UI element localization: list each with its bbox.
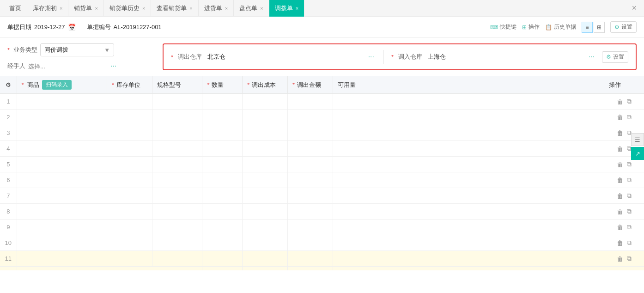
spec-cell[interactable]	[152, 94, 202, 110]
delete-icon[interactable]: 🗑	[617, 177, 623, 184]
product-cell[interactable]	[17, 94, 107, 110]
spec-cell[interactable]	[152, 188, 202, 204]
product-cell[interactable]	[17, 204, 107, 220]
unit-cell[interactable]	[107, 251, 152, 267]
transfer-cost-cell[interactable]	[243, 251, 288, 267]
settings-button[interactable]: ⚙ 设置	[610, 21, 637, 33]
transfer-cost-cell[interactable]	[243, 220, 288, 235]
qty-cell[interactable]	[202, 172, 243, 188]
transfer-cost-cell[interactable]	[243, 125, 288, 141]
available-qty-cell[interactable]	[333, 204, 604, 220]
transfer-amount-cell[interactable]	[288, 141, 333, 157]
tab-inventory[interactable]: 盘点单 ×	[234, 0, 269, 17]
tab-home[interactable]: 首页	[4, 0, 27, 17]
view-grid-button[interactable]: ⊞	[594, 22, 605, 33]
transfer-cost-cell[interactable]	[243, 172, 288, 188]
tab-purchase-close[interactable]: ×	[225, 6, 228, 11]
product-cell[interactable]	[17, 141, 107, 157]
transfer-amount-cell[interactable]	[288, 157, 333, 172]
view-list-button[interactable]: ≡	[582, 22, 593, 33]
transfer-amount-cell[interactable]	[288, 125, 333, 141]
available-qty-cell[interactable]	[333, 220, 604, 235]
delete-icon[interactable]: 🗑	[617, 208, 623, 215]
product-cell[interactable]	[17, 125, 107, 141]
transfer-amount-cell[interactable]	[288, 204, 333, 220]
unit-cell[interactable]	[107, 172, 152, 188]
available-qty-cell[interactable]	[333, 188, 604, 204]
calendar-icon[interactable]: 📅	[68, 24, 76, 31]
side-list-tool[interactable]: ☰	[631, 133, 644, 146]
tab-sales-history[interactable]: 销货单历史 ×	[104, 0, 151, 17]
copy-icon[interactable]: ⧉	[627, 176, 632, 184]
tab-stock-init[interactable]: 库存期初 ×	[27, 0, 68, 17]
history-button[interactable]: 📋 历史单据	[545, 23, 576, 31]
product-cell[interactable]	[17, 110, 107, 125]
delete-icon[interactable]: 🗑	[617, 145, 623, 153]
tab-sales-history-close[interactable]: ×	[142, 6, 145, 11]
operator-input[interactable]	[28, 63, 106, 70]
transfer-amount-cell[interactable]	[288, 188, 333, 204]
available-qty-cell[interactable]	[333, 172, 604, 188]
product-cell[interactable]	[17, 251, 107, 267]
operations-button[interactable]: ⊞ 操作	[522, 23, 540, 31]
available-qty-cell[interactable]	[333, 141, 604, 157]
available-qty-cell[interactable]	[333, 251, 604, 267]
qty-cell[interactable]	[202, 251, 243, 267]
unit-cell[interactable]	[107, 141, 152, 157]
transfer-cost-cell[interactable]	[243, 110, 288, 125]
tab-bar-close-button[interactable]: ×	[628, 3, 640, 13]
available-qty-cell[interactable]	[333, 157, 604, 172]
spec-cell[interactable]	[152, 172, 202, 188]
unit-cell[interactable]	[107, 157, 152, 172]
warehouse-settings-button[interactable]: ⚙ 设置	[602, 51, 628, 63]
operator-dots-button[interactable]: ···	[109, 62, 118, 70]
transfer-amount-cell[interactable]	[288, 251, 333, 267]
delete-icon[interactable]: 🗑	[617, 161, 623, 168]
transfer-amount-cell[interactable]	[288, 235, 333, 251]
qty-cell[interactable]	[202, 235, 243, 251]
transfer-amount-cell[interactable]	[288, 110, 333, 125]
product-cell[interactable]	[17, 220, 107, 235]
spec-cell[interactable]	[152, 125, 202, 141]
tab-stock-init-close[interactable]: ×	[60, 6, 62, 11]
delete-icon[interactable]: 🗑	[617, 192, 623, 200]
qty-cell[interactable]	[202, 110, 243, 125]
business-type-select[interactable]: 同价调拨 ▼	[40, 43, 114, 56]
transfer-cost-cell[interactable]	[243, 235, 288, 251]
transfer-cost-cell[interactable]	[243, 94, 288, 110]
unit-cell[interactable]	[107, 204, 152, 220]
copy-icon[interactable]: ⧉	[627, 223, 632, 231]
copy-icon[interactable]: ⧉	[627, 113, 632, 121]
spec-cell[interactable]	[152, 204, 202, 220]
product-cell[interactable]	[17, 157, 107, 172]
product-cell[interactable]	[17, 172, 107, 188]
transfer-cost-cell[interactable]	[243, 204, 288, 220]
qty-cell[interactable]	[202, 188, 243, 204]
tab-sales-order-close[interactable]: ×	[95, 6, 97, 11]
unit-cell[interactable]	[107, 110, 152, 125]
warehouse-out-dots-button[interactable]: ···	[366, 53, 376, 61]
available-qty-cell[interactable]	[333, 125, 604, 141]
transfer-cost-cell[interactable]	[243, 141, 288, 157]
tab-transfer-close[interactable]: ×	[296, 6, 298, 11]
spec-cell[interactable]	[152, 157, 202, 172]
delete-icon[interactable]: 🗑	[617, 224, 623, 231]
warehouse-in-dots-button[interactable]: ···	[587, 53, 596, 61]
delete-icon[interactable]: 🗑	[617, 114, 623, 121]
copy-icon[interactable]: ⧉	[627, 239, 632, 247]
product-cell[interactable]	[17, 188, 107, 204]
copy-icon[interactable]: ⧉	[627, 160, 632, 168]
delete-icon[interactable]: 🗑	[617, 239, 623, 247]
transfer-amount-cell[interactable]	[288, 94, 333, 110]
warehouse-out-value[interactable]: 北京仓	[207, 53, 225, 61]
delete-icon[interactable]: 🗑	[617, 98, 623, 105]
unit-cell[interactable]	[107, 94, 152, 110]
col-gear[interactable]: ⚙	[0, 76, 17, 94]
available-qty-cell[interactable]	[333, 235, 604, 251]
tab-inventory-close[interactable]: ×	[260, 6, 263, 11]
tab-sales-order[interactable]: 销货单 ×	[68, 0, 103, 17]
unit-cell[interactable]	[107, 125, 152, 141]
copy-icon[interactable]: ⧉	[627, 192, 632, 200]
delete-icon[interactable]: 🗑	[617, 129, 623, 137]
scan-button[interactable]: 扫码录入	[42, 80, 72, 90]
